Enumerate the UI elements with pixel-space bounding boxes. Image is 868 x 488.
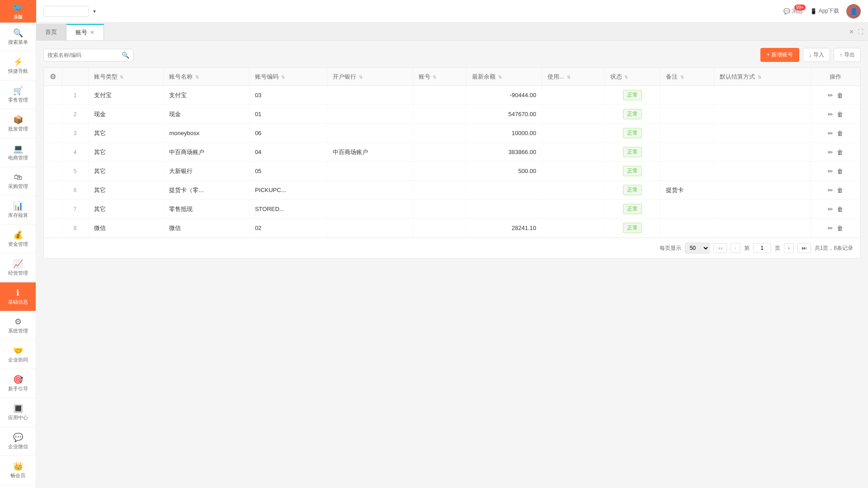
- header-search-input[interactable]: [43, 6, 89, 17]
- row-note: [660, 105, 714, 124]
- account-col-header[interactable]: 账号 ⇅: [413, 68, 467, 86]
- row-status: 正常: [604, 219, 660, 238]
- delete-icon[interactable]: 🗑: [837, 206, 843, 213]
- row-settlement: [714, 219, 811, 238]
- row-usage: [542, 219, 605, 238]
- sidebar-item-应用中心[interactable]: 🔳应用中心: [0, 398, 36, 427]
- edit-icon[interactable]: ✏: [828, 168, 833, 175]
- fullscreen-icon[interactable]: ⛶: [858, 28, 863, 35]
- sidebar-item-企业协同[interactable]: 🤝企业协同: [0, 340, 36, 369]
- sidebar-item-新手引导[interactable]: 🎯新手引导: [0, 369, 36, 398]
- header-right: 💬 消息 99+ 📱 App下载 👤: [783, 4, 861, 19]
- row-note: [660, 86, 714, 105]
- last-page-button[interactable]: ⏭: [797, 243, 811, 253]
- sidebar-item-电商管理[interactable]: 💻电商管理: [0, 138, 36, 167]
- first-page-button[interactable]: ⏮: [713, 243, 727, 253]
- code-col-header[interactable]: 账号编码 ⇅: [249, 68, 327, 86]
- row-code: 03: [249, 86, 327, 105]
- row-bank: 中百商场账户: [327, 143, 413, 162]
- tab-close-button[interactable]: ✕: [90, 29, 94, 36]
- settings-col-header[interactable]: ⚙: [44, 68, 62, 86]
- app-version: 乐版: [14, 14, 23, 20]
- page-suffix: 页: [775, 244, 780, 252]
- row-checkbox-cell: [44, 200, 62, 219]
- sidebar-item-零售管理[interactable]: 🛒零售管理: [0, 80, 36, 109]
- page-word: 第: [744, 244, 750, 252]
- row-bank: [327, 105, 413, 124]
- sidebar-item-快捷导航[interactable]: ⚡快捷导航: [0, 52, 36, 80]
- edit-icon[interactable]: ✏: [828, 225, 833, 232]
- status-col-header[interactable]: 状态 ⇅: [604, 68, 660, 86]
- delete-icon[interactable]: 🗑: [837, 111, 843, 118]
- close-window-icon[interactable]: ✕: [849, 28, 854, 35]
- sidebar-item-企业微信[interactable]: 💬企业微信: [0, 427, 36, 456]
- table-row: 8 微信 微信 02 28241.10 正常 ✏ 🗑: [44, 219, 860, 238]
- edit-icon[interactable]: ✏: [828, 206, 833, 213]
- row-code: 01: [249, 105, 327, 124]
- tab-home[interactable]: 首页: [36, 24, 66, 40]
- edit-icon[interactable]: ✏: [828, 92, 833, 99]
- row-name: 提货卡（零...: [164, 181, 249, 200]
- row-code: 02: [249, 219, 327, 238]
- type-col-header[interactable]: 账号类型 ⇅: [88, 68, 164, 86]
- row-bank: [327, 200, 413, 219]
- row-account: [413, 105, 467, 124]
- delete-icon[interactable]: 🗑: [837, 130, 843, 137]
- sidebar-item-库存核算[interactable]: 📊库存核算: [0, 196, 36, 225]
- page-size-select[interactable]: 50 100 200: [685, 243, 710, 253]
- row-status: 正常: [604, 143, 660, 162]
- sidebar-item-搜索菜单[interactable]: 🔍搜索菜单: [0, 23, 36, 52]
- sidebar-item-批发管理[interactable]: 📦批发管理: [0, 109, 36, 138]
- edit-icon[interactable]: ✏: [828, 187, 833, 194]
- sidebar-icon: 🔍: [13, 28, 23, 38]
- search-input[interactable]: [47, 49, 120, 61]
- export-button[interactable]: ↑ 导出: [834, 48, 861, 62]
- ops-container: ✏ 🗑: [816, 206, 854, 213]
- bank-col-header[interactable]: 开户银行 ⇅: [327, 68, 413, 86]
- sidebar-item-采购管理[interactable]: 🛍采购管理: [0, 167, 36, 196]
- add-account-button[interactable]: + 新增账号: [760, 48, 799, 62]
- settlement-col-header[interactable]: 默认结算方式 ⇅: [714, 68, 811, 86]
- name-col-header[interactable]: 账号名称 ⇅: [164, 68, 249, 86]
- delete-icon[interactable]: 🗑: [837, 187, 843, 194]
- row-type: 支付宝: [88, 86, 164, 105]
- tab-account[interactable]: 账号 ✕: [66, 24, 104, 40]
- usage-col-header[interactable]: 使用... ⇅: [542, 68, 605, 86]
- edit-icon[interactable]: ✏: [828, 149, 833, 156]
- export-icon: ↑: [840, 52, 842, 58]
- total-info: 共1页，8条记录: [815, 244, 853, 252]
- sidebar-icon: 🛍: [14, 173, 22, 182]
- delete-icon[interactable]: 🗑: [837, 92, 843, 99]
- sidebar-item-系统管理[interactable]: ⚙系统管理: [0, 311, 36, 340]
- settings-icon[interactable]: ⚙: [50, 73, 56, 80]
- account-table-container: ⚙ 账号类型 ⇅ 账号名称 ⇅ 账号编码 ⇅ 开户银行 ⇅ 账号 ⇅ 最新余额 …: [43, 67, 861, 258]
- sidebar-icon: 💻: [13, 144, 23, 154]
- edit-icon[interactable]: ✏: [828, 111, 833, 118]
- delete-icon[interactable]: 🗑: [837, 168, 843, 175]
- delete-icon[interactable]: 🗑: [837, 225, 843, 232]
- balance-col-header[interactable]: 最新余额 ⇅: [467, 68, 542, 86]
- prev-page-button[interactable]: ‹: [731, 243, 741, 253]
- sidebar-item-基础信息[interactable]: ℹ基础信息: [0, 282, 36, 311]
- delete-icon[interactable]: 🗑: [837, 149, 843, 156]
- note-col-header[interactable]: 备注 ⇅: [660, 68, 714, 86]
- ops-container: ✏ 🗑: [816, 187, 854, 194]
- sidebar-item-资金管理[interactable]: 💰资金管理: [0, 225, 36, 253]
- user-avatar[interactable]: 👤: [846, 4, 861, 19]
- header-dropdown[interactable]: ▾: [93, 8, 96, 14]
- row-balance: 10000.00: [467, 124, 542, 143]
- status-badge: 正常: [623, 109, 642, 119]
- sidebar-item-label: 企业协同: [8, 357, 28, 363]
- message-button[interactable]: 💬 消息 99+: [783, 7, 803, 15]
- app-download-button[interactable]: 📱 App下载: [810, 7, 839, 15]
- sidebar-item-畅会员[interactable]: 👑畅会员: [0, 456, 36, 485]
- edit-icon[interactable]: ✏: [828, 130, 833, 137]
- row-ops: ✏ 🗑: [811, 86, 860, 105]
- page-number-input[interactable]: [753, 243, 771, 253]
- next-page-button[interactable]: ›: [784, 243, 794, 253]
- row-settlement: [714, 124, 811, 143]
- row-note: [660, 200, 714, 219]
- row-checkbox-cell: [44, 143, 62, 162]
- sidebar-item-经营管理[interactable]: 📈经营管理: [0, 253, 36, 282]
- import-button[interactable]: ↓ 导入: [803, 48, 830, 62]
